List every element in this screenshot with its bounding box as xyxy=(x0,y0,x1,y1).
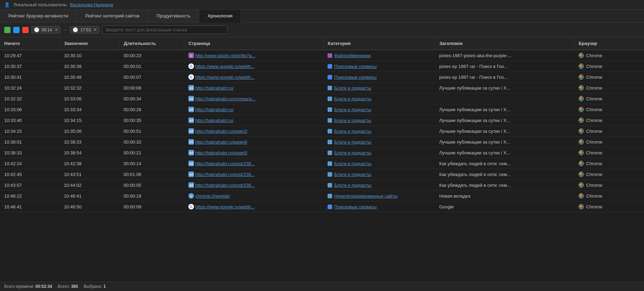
page-link[interactable]: http://habrahabr.ru/post/238... xyxy=(195,161,255,166)
page-link[interactable]: https://www.google.ru/webh... xyxy=(195,64,255,69)
category-link[interactable]: Блоги и подкасты xyxy=(334,85,371,91)
category-link[interactable]: Блоги и подкасты xyxy=(334,139,371,145)
col-header-category[interactable]: Категория xyxy=(323,37,435,50)
cell-page[interactable]: Хб http://habrahabr.ru/post/238... xyxy=(184,180,323,191)
cell-page[interactable]: Хб http://habrahabr.ru/ xyxy=(184,83,323,93)
time-to-filter[interactable]: 🕐 17:53 ✕ xyxy=(70,26,99,33)
cell-page[interactable]: Хб http://habrahabr.ru/post/238... xyxy=(184,158,323,169)
svg-text:Хб: Хб xyxy=(189,130,193,133)
category-link[interactable]: Блоги и подкасты xyxy=(334,172,371,177)
cell-title: pixies ep 1987 rar - Поиск в Гоо... xyxy=(435,61,574,72)
cell-page[interactable]: U http://www.ulozto.net/x9jo7a... xyxy=(184,50,323,61)
cell-page[interactable]: Хб http://habrahabr.ru/post/238... xyxy=(184,169,323,180)
page-link[interactable]: https://www.google.ru/webh... xyxy=(195,204,255,209)
cell-page[interactable]: Хб http://habrahabr.ru/ xyxy=(184,115,323,126)
page-link[interactable]: chrome://newtab/ xyxy=(195,193,230,199)
page-link[interactable]: http://habrahabr.ru/ xyxy=(195,85,234,91)
cell-category[interactable]: Блоги и подкасты xyxy=(323,115,435,126)
tab-browser-rating[interactable]: Рейтинг браузер-активности xyxy=(0,10,77,22)
category-link[interactable]: Блоги и подкасты xyxy=(334,96,371,101)
page-link[interactable]: http://www.ulozto.net/x9jo7a... xyxy=(195,53,256,58)
cell-start: 10:38:01 xyxy=(0,137,60,147)
cell-page[interactable]: Хб http://habrahabr.ru/company... xyxy=(184,93,323,104)
page-link[interactable]: http://habrahabr.ru/post/238... xyxy=(195,172,255,177)
cell-start: 10:42:45 xyxy=(0,169,60,180)
cell-title: Лучшие публикации за сутки / Х... xyxy=(435,147,574,158)
category-link[interactable]: Поисковые сервисы xyxy=(334,75,376,80)
category-link[interactable]: Блоги и подкасты xyxy=(334,183,371,188)
cell-page[interactable]: G https://www.google.ru/webh... xyxy=(184,61,323,72)
cell-page[interactable]: N chrome://newtab/ xyxy=(184,191,323,201)
page-link[interactable]: http://habrahabr.ru/page5/ xyxy=(195,150,248,155)
cell-title: Лучшие публикации за сутки / Х... xyxy=(435,104,574,115)
browser-name: Chrome xyxy=(586,96,602,101)
col-header-title[interactable]: Заголовок xyxy=(435,37,574,50)
category-link[interactable]: Поисковые сервисы xyxy=(334,204,376,209)
page-link[interactable]: http://habrahabr.ru/page4/ xyxy=(195,139,248,145)
site-icon: Хб xyxy=(188,171,194,177)
tab-chronology[interactable]: Хронология xyxy=(199,10,241,23)
time-from-filter[interactable]: 🕐 09:14 ✕ xyxy=(31,26,60,33)
category-link[interactable]: Блоги и подкасты xyxy=(334,150,371,155)
cell-duration: 00:00:14 xyxy=(119,158,184,169)
cell-page[interactable]: G https://www.google.ru/webh... xyxy=(184,72,323,83)
cell-end: 10:30:10 xyxy=(60,50,119,61)
cell-category[interactable]: Поисковые сервисы xyxy=(323,61,435,72)
cell-page[interactable]: Хб http://habrahabr.ru/page2/ xyxy=(184,126,323,137)
cell-category[interactable]: Блоги и подкасты xyxy=(323,180,435,191)
cell-category[interactable]: Блоги и подкасты xyxy=(323,104,435,115)
cell-category[interactable]: Блоги и подкасты xyxy=(323,158,435,169)
browser-name: Chrome xyxy=(586,85,602,91)
cell-page[interactable]: Хб http://habrahabr.ru/page4/ xyxy=(184,137,323,147)
cell-category[interactable]: Блоги и подкасты xyxy=(323,126,435,137)
category-link[interactable]: Некатегоризированные сайты xyxy=(334,193,397,199)
cell-page[interactable]: Хб http://habrahabr.ru/page5/ xyxy=(184,147,323,158)
page-link[interactable]: https://www.google.ru/webh... xyxy=(195,75,255,80)
col-header-end[interactable]: Закончено xyxy=(60,37,119,50)
topbar-user[interactable]: Васильева Надежда xyxy=(70,2,113,7)
page-link[interactable]: http://habrahabr.ru/page2/ xyxy=(195,129,248,134)
cell-duration: 00:00:01 xyxy=(119,61,184,72)
chrome-icon xyxy=(578,161,584,166)
cell-page[interactable]: G https://www.google.ru/webh... xyxy=(184,201,323,212)
col-header-duration[interactable]: Длительность xyxy=(119,37,184,50)
filter-input[interactable] xyxy=(102,25,227,34)
svg-text:Хб: Хб xyxy=(189,86,193,90)
page-link[interactable]: http://habrahabr.ru/ xyxy=(195,118,234,123)
col-header-page[interactable]: Страница xyxy=(184,37,323,50)
cell-end: 10:33:34 xyxy=(60,104,119,115)
col-header-browser[interactable]: Браузер xyxy=(574,37,644,50)
cell-end: 10:46:41 xyxy=(60,191,119,201)
category-color-box xyxy=(328,107,332,112)
cell-category[interactable]: Блоги и подкасты xyxy=(323,93,435,104)
category-link[interactable]: Блоги и подкасты xyxy=(334,118,371,123)
cell-category[interactable]: Блоги и подкасты xyxy=(323,83,435,93)
category-link[interactable]: Блоги и подкасты xyxy=(334,129,371,134)
time-to-close[interactable]: ✕ xyxy=(93,28,97,32)
cell-page[interactable]: Хб http://habrahabr.ru/ xyxy=(184,104,323,115)
cell-category[interactable]: Блоги и подкасты xyxy=(323,169,435,180)
time-from-close[interactable]: ✕ xyxy=(55,28,58,32)
category-link[interactable]: Поисковые сервисы xyxy=(334,64,376,69)
cell-end: 10:30:48 xyxy=(60,72,119,83)
cell-category[interactable]: Блоги и подкасты xyxy=(323,147,435,158)
site-icon: G xyxy=(188,74,194,80)
col-header-start[interactable]: Начато xyxy=(0,37,60,50)
category-link[interactable]: Файлообменники xyxy=(334,53,370,58)
tab-category-rating[interactable]: Рейтинг категорий сайтов xyxy=(77,10,148,22)
cell-category[interactable]: Некатегоризированные сайты xyxy=(323,191,435,201)
cell-duration: 00:00:34 xyxy=(119,93,184,104)
page-link[interactable]: http://habrahabr.ru/company... xyxy=(195,96,255,101)
cell-category[interactable]: Файлообменники xyxy=(323,50,435,61)
cell-category[interactable]: Поисковые сервисы xyxy=(323,72,435,83)
category-color-box xyxy=(328,64,332,69)
tab-productivity[interactable]: Продуктивность xyxy=(148,10,199,22)
page-link[interactable]: http://habrahabr.ru/post/238... xyxy=(195,183,255,188)
table-row: 10:42:24 10:42:38 00:00:14 Хб http://hab… xyxy=(0,158,644,169)
filter-bar: 🕐 09:14 ✕ - 🕐 17:53 ✕ xyxy=(0,23,644,37)
cell-category[interactable]: Блоги и подкасты xyxy=(323,137,435,147)
cell-category[interactable]: Поисковые сервисы xyxy=(323,201,435,212)
category-link[interactable]: Блоги и подкасты xyxy=(334,107,371,112)
category-link[interactable]: Блоги и подкасты xyxy=(334,161,371,166)
page-link[interactable]: http://habrahabr.ru/ xyxy=(195,107,234,112)
